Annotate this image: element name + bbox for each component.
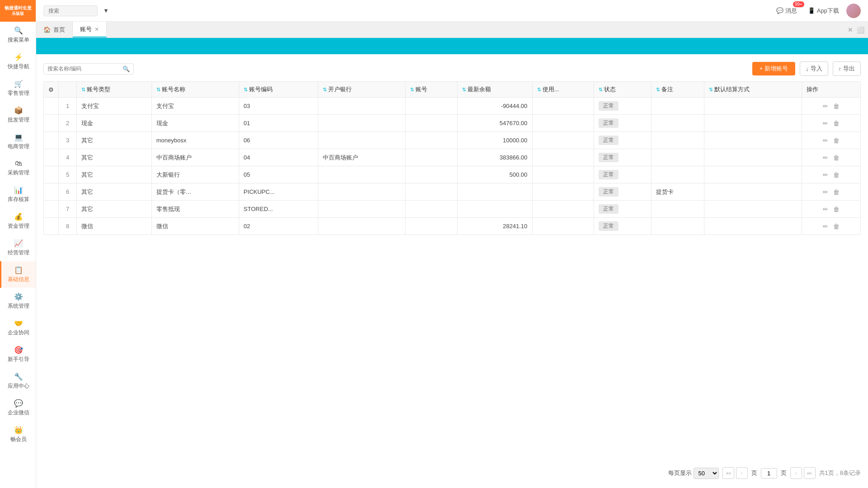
col-account[interactable]: ⇅账号 [405,82,457,98]
row-settings [44,132,59,149]
delete-button[interactable]: 🗑 [831,222,841,231]
col-name[interactable]: ⇅账号名称 [151,82,239,98]
edit-button[interactable]: ✏ [821,170,830,179]
app-center-icon: 🔧 [14,372,23,381]
sidebar-item-operation[interactable]: 📈 经营管理 [0,235,36,261]
edit-button[interactable]: ✏ [821,188,830,197]
maximize-icon[interactable]: ⬜ [857,26,864,33]
col-balance[interactable]: ⇅最新余额 [457,82,532,98]
per-page-dropdown[interactable]: 50 100 200 [693,468,719,479]
col-default-settle[interactable]: ⇅默认结算方式 [704,82,802,98]
row-bank [318,166,405,183]
sidebar-item-label: 企业微信 [8,409,29,417]
teal-header-bar [36,38,868,54]
sidebar-item-label: 快捷导航 [8,63,29,70]
delete-button[interactable]: 🗑 [831,153,841,162]
row-default-settle [704,149,802,166]
operation-icon: 📈 [14,239,23,248]
message-label: 消息 [785,7,797,15]
search-icon[interactable]: 🔍 [123,66,130,72]
sidebar-item-label: 系统管理 [8,302,29,310]
sidebar-item-system[interactable]: ⚙️ 系统管理 [0,288,36,314]
first-page-button[interactable]: ⏮ [722,467,734,479]
tab-close-icon[interactable]: ✕ [94,26,99,33]
import-button[interactable]: ↓ 导入 [800,61,828,76]
header-dropdown[interactable]: ▼ [103,7,109,14]
edit-button[interactable]: ✏ [821,222,830,231]
row-usage [532,218,594,235]
sidebar-item-search-menu[interactable]: 🔍 搜索菜单 [0,22,36,48]
row-action: ✏ 🗑 [802,132,860,149]
tab-home[interactable]: 🏠 首页 [36,22,73,38]
message-button[interactable]: 💬 消息 99+ [773,5,801,17]
header-search-input[interactable] [43,5,98,16]
accounts-table: ⚙ ⇅账号类型 ⇅账号名称 ⇅账号编码 ⇅开户银行 ⇅账号 ⇅最新余额 ⇅使用.… [43,81,861,235]
delete-button[interactable]: 🗑 [831,205,841,214]
col-settings[interactable]: ⚙ [44,82,59,98]
search-input[interactable] [47,66,120,72]
sidebar-item-wholesale[interactable]: 📦 批发管理 [0,102,36,128]
row-status: 正常 [594,149,651,166]
delete-button[interactable]: 🗑 [831,170,841,179]
row-balance: 28241.10 [457,218,532,235]
export-button[interactable]: ↑ 导出 [833,61,861,76]
row-settings [44,183,59,201]
sidebar-item-new-guide[interactable]: 🎯 新手引导 [0,341,36,368]
prev-page-button[interactable]: ‹ [736,467,748,479]
row-status: 正常 [594,98,651,115]
tab-account[interactable]: 账号 ✕ [73,22,107,38]
col-remark[interactable]: ⇅备注 [651,82,704,98]
row-remark [651,132,704,149]
sidebar-item-retail[interactable]: 🛒 零售管理 [0,75,36,102]
sidebar-item-ecommerce[interactable]: 💻 电商管理 [0,128,36,155]
row-code: 05 [239,166,318,183]
sidebar-item-enterprise-wechat[interactable]: 💬 企业微信 [0,394,36,421]
col-usage[interactable]: ⇅使用... [532,82,594,98]
next-page-button[interactable]: › [790,467,802,479]
page-label: 页 [750,469,759,477]
row-action: ✏ 🗑 [802,115,860,132]
row-remark [651,201,704,218]
row-action: ✏ 🗑 [802,218,860,235]
row-num: 6 [59,183,77,201]
search-box[interactable]: 🔍 [43,63,134,75]
sidebar-item-vip[interactable]: 👑 畅会员 [0,421,36,448]
edit-button[interactable]: ✏ [821,119,830,128]
row-bank [318,132,405,149]
row-type: 其它 [77,149,152,166]
row-action: ✏ 🗑 [802,183,860,201]
row-code: 03 [239,98,318,115]
delete-button[interactable]: 🗑 [831,188,841,197]
row-type: 其它 [77,201,152,218]
edit-button[interactable]: ✏ [821,205,830,214]
delete-button[interactable]: 🗑 [831,119,841,128]
col-code[interactable]: ⇅账号编码 [239,82,318,98]
edit-button[interactable]: ✏ [821,153,830,162]
toolbar-right: + 新增账号 ↓ 导入 ↑ 导出 [752,61,861,76]
app-download-button[interactable]: 📱 App下载 [808,7,839,15]
sidebar-item-fund[interactable]: 💰 资金管理 [0,208,36,235]
close-window-icon[interactable]: ✕ [848,26,853,33]
edit-button[interactable]: ✏ [821,136,830,145]
row-settings [44,98,59,115]
sidebar-item-purchase[interactable]: 🛍 采购管理 [0,155,36,181]
col-type[interactable]: ⇅账号类型 [77,82,152,98]
col-bank[interactable]: ⇅开户银行 [318,82,405,98]
add-account-button[interactable]: + 新增账号 [752,62,795,75]
last-page-button[interactable]: ⏭ [804,467,816,479]
sidebar-item-enterprise-agreement[interactable]: 🤝 企业协同 [0,314,36,341]
sidebar-item-basic-info[interactable]: 📋 基础信息 [0,261,36,288]
row-account [405,183,457,201]
row-balance: 383866.00 [457,149,532,166]
delete-button[interactable]: 🗑 [831,102,841,111]
user-avatar[interactable] [846,4,861,18]
sidebar-item-quick-nav[interactable]: ⚡ 快捷导航 [0,48,36,75]
delete-button[interactable]: 🗑 [831,136,841,145]
col-status[interactable]: ⇅状态 [594,82,651,98]
page-input[interactable] [761,468,777,479]
sidebar-item-inventory[interactable]: 📊 库存核算 [0,181,36,208]
row-status: 正常 [594,166,651,183]
table-row: 8 微信 微信 02 28241.10 正常 ✏ 🗑 [44,218,861,235]
sidebar-item-app-center[interactable]: 🔧 应用中心 [0,368,36,394]
edit-button[interactable]: ✏ [821,102,830,111]
